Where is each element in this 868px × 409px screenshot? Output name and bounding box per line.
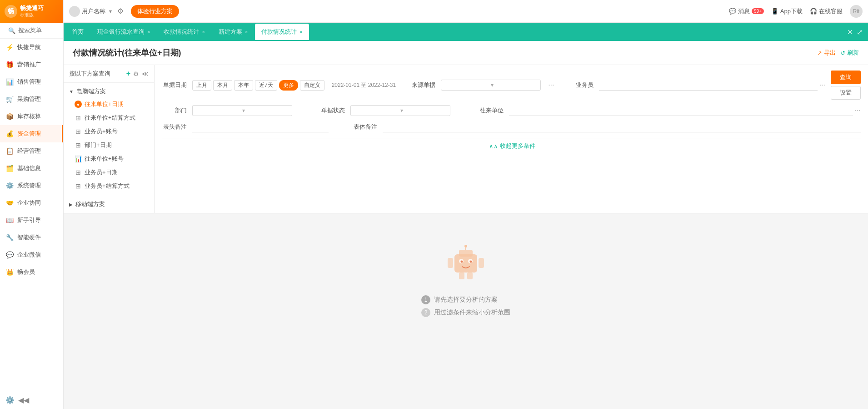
trial-button[interactable]: 体验行业方案 bbox=[131, 5, 179, 18]
scheme-item-staff-date-label: 业务员+日期 bbox=[85, 168, 118, 177]
scheme-panel-title: 按以下方案查询 bbox=[69, 70, 110, 78]
tab-new[interactable]: 新建方案 × bbox=[212, 24, 254, 40]
scheme-item-dw-date[interactable]: ● 往来单位+日期 bbox=[64, 97, 154, 111]
tab-receipt-close[interactable]: × bbox=[202, 29, 205, 35]
date-btn-more[interactable]: 更多 bbox=[279, 80, 298, 91]
scheme-item-dw-acct-label: 往来单位+账号 bbox=[85, 155, 124, 163]
collapse-more-btn[interactable]: ∧∧ 收起更多条件 bbox=[162, 138, 861, 154]
nav-icon-zijin: 💰 bbox=[5, 130, 14, 138]
scheme-item-table-icon-1: ⊞ bbox=[75, 114, 82, 121]
scheme-item-staff-acct-label: 业务员+账号 bbox=[85, 127, 118, 136]
settings-button[interactable]: 设置 bbox=[831, 86, 861, 100]
empty-state-icon bbox=[443, 241, 489, 286]
tabbar: 首页 现金银行流水查询 × 收款情况统计 × 新建方案 × 付款情况统计 × ✕… bbox=[64, 23, 868, 41]
sidebar-item-xinshou[interactable]: 📖 新手引导 bbox=[0, 212, 63, 229]
tab-receipt[interactable]: 收款情况统计 × bbox=[157, 24, 211, 40]
sidebar-item-xiaoshou[interactable]: 📊 销售管理 bbox=[0, 73, 63, 91]
sidebar-item-qiye[interactable]: 🤝 企业协同 bbox=[0, 194, 63, 212]
counterparty-input[interactable] bbox=[509, 105, 853, 116]
source-select[interactable]: ▾ bbox=[441, 80, 541, 91]
nav-label-xinshou: 新手引导 bbox=[17, 216, 41, 224]
query-button[interactable]: 查询 bbox=[831, 71, 861, 84]
sidebar-item-xitong[interactable]: ⚙️ 系统管理 bbox=[0, 177, 63, 194]
tab-payment-close[interactable]: × bbox=[299, 29, 302, 35]
nav-label-qiye: 企业协同 bbox=[17, 199, 41, 207]
scheme-panel-header: 按以下方案查询 + ⚙ ≪ bbox=[64, 65, 154, 83]
scheme-gear-icon[interactable]: ⚙ bbox=[133, 70, 139, 77]
empty-tips: 1 请先选择要分析的方案 2 用过滤条件来缩小分析范围 bbox=[421, 295, 510, 317]
tab-bank[interactable]: 现金银行流水查询 × bbox=[91, 24, 156, 40]
topbar-gear-icon[interactable]: ⚙ bbox=[117, 7, 124, 15]
user-avatar[interactable]: Rit bbox=[850, 5, 863, 18]
tab-payment[interactable]: 付款情况统计 × bbox=[255, 24, 309, 40]
scheme-item-dept-date[interactable]: ⊞ 部门+日期 bbox=[64, 138, 154, 152]
date-btn-this-month[interactable]: 本月 bbox=[213, 80, 232, 91]
scheme-collapse-icon[interactable]: ≪ bbox=[142, 70, 149, 77]
page-actions: ↗ 导出 ↺ 刷新 bbox=[817, 49, 859, 57]
sidebar-item-jingying[interactable]: 📋 经营管理 bbox=[0, 142, 63, 160]
date-btn-7days[interactable]: 近7天 bbox=[255, 80, 277, 91]
scheme-item-staff-settle[interactable]: ⊞ 业务员+结算方式 bbox=[64, 179, 154, 193]
nav-label-zijin: 资金管理 bbox=[17, 130, 41, 138]
settings-icon[interactable]: ⚙️ bbox=[5, 396, 15, 404]
scheme-panel-actions: + ⚙ ≪ bbox=[126, 70, 149, 78]
tab-bank-label: 现金银行流水查询 bbox=[97, 28, 145, 36]
sidebar-item-qiye2[interactable]: 💬 企业微信 bbox=[0, 246, 63, 263]
sidebar-item-kuaijie[interactable]: ⚡ 快捷导航 bbox=[0, 39, 63, 56]
empty-state: 1 请先选择要分析的方案 2 用过滤条件来缩小分析范围 bbox=[64, 213, 868, 344]
refresh-icon: ↺ bbox=[840, 50, 845, 56]
sidebar-item-kucun[interactable]: 📦 库存核算 bbox=[0, 108, 63, 125]
app-download-btn[interactable]: 📱 App下载 bbox=[771, 7, 803, 15]
export-label: 导出 bbox=[824, 49, 836, 57]
date-range-text: 2022-01-01 至 2022-12-31 bbox=[332, 81, 396, 89]
scheme-item-dw-acct[interactable]: 📊 往来单位+账号 bbox=[64, 152, 154, 166]
scheme-group-mobile-title[interactable]: ▶ 移动端方案 bbox=[64, 198, 154, 210]
nav-label-xitong: 系统管理 bbox=[17, 182, 41, 190]
date-btn-this-year[interactable]: 本年 bbox=[234, 80, 253, 91]
online-service-btn[interactable]: 🎧 在线客服 bbox=[810, 7, 843, 15]
date-btn-custom[interactable]: 自定义 bbox=[300, 80, 324, 91]
sidebar-item-zijin[interactable]: 💰 资金管理 bbox=[0, 125, 63, 142]
tab-new-close[interactable]: × bbox=[245, 29, 248, 35]
scheme-group-arrow: ▼ bbox=[69, 89, 74, 94]
sidebar-item-chang[interactable]: 👑 畅会员 bbox=[0, 263, 63, 281]
app-download-label: App下载 bbox=[780, 7, 803, 15]
nav-icon-yingxiao: 🎁 bbox=[5, 61, 14, 69]
staff-input[interactable] bbox=[599, 80, 817, 91]
collapse-icon[interactable]: ◀◀ bbox=[18, 396, 29, 404]
dept-select[interactable]: ▾ bbox=[192, 105, 292, 116]
date-btn-last-month[interactable]: 上月 bbox=[192, 80, 211, 91]
body-note-input[interactable] bbox=[383, 121, 861, 132]
scheme-item-active-icon: ● bbox=[75, 101, 82, 108]
logo-text-wrap: 畅捷通巧 标准版 bbox=[20, 5, 44, 18]
scheme-item-staff-date[interactable]: ⊞ 业务员+日期 bbox=[64, 166, 154, 179]
export-button[interactable]: ↗ 导出 bbox=[817, 49, 836, 57]
logo-icon: 畅 bbox=[5, 5, 17, 18]
refresh-button[interactable]: ↺ 刷新 bbox=[840, 49, 859, 57]
scheme-item-dw-settle[interactable]: ⊞ 往来单位+结算方式 bbox=[64, 111, 154, 125]
sidebar-search[interactable]: 🔍 搜索菜单 bbox=[0, 23, 63, 39]
scheme-mobile-group: ▶ 移动端方案 bbox=[64, 196, 154, 213]
company-avatar bbox=[69, 6, 80, 17]
expand-icon[interactable]: ⤢ bbox=[857, 28, 863, 36]
scheme-item-staff-acct[interactable]: ⊞ 业务员+账号 bbox=[64, 125, 154, 138]
header-note-input[interactable] bbox=[192, 121, 329, 132]
tip-num-2: 2 bbox=[421, 308, 430, 317]
close-all-icon[interactable]: ✕ bbox=[847, 28, 853, 36]
nav-label-yingxiao: 营销推广 bbox=[17, 61, 41, 69]
notification-btn[interactable]: 💬 消息 99+ bbox=[729, 7, 764, 15]
scheme-group-desktop-title[interactable]: ▼ 电脑端方案 bbox=[64, 86, 154, 97]
search-label: 搜索菜单 bbox=[18, 26, 42, 35]
sidebar-item-zhineng[interactable]: 🔧 智能硬件 bbox=[0, 229, 63, 246]
status-select[interactable]: ▾ bbox=[350, 105, 450, 116]
sidebar-item-yingxiao[interactable]: 🎁 营销推广 bbox=[0, 56, 63, 73]
topbar-arrow-icon[interactable]: ▾ bbox=[109, 8, 112, 15]
svg-point-10 bbox=[461, 261, 463, 263]
tab-home[interactable]: 首页 bbox=[65, 24, 90, 40]
source-label: 来源单据 bbox=[410, 81, 435, 89]
sidebar-item-caigou[interactable]: 🛒 采购管理 bbox=[0, 91, 63, 108]
tab-bank-close[interactable]: × bbox=[147, 29, 150, 35]
scheme-add-button[interactable]: + bbox=[126, 70, 130, 78]
sidebar-item-jichu[interactable]: 🗂️ 基础信息 bbox=[0, 160, 63, 177]
source-dots: ··· bbox=[548, 81, 554, 89]
